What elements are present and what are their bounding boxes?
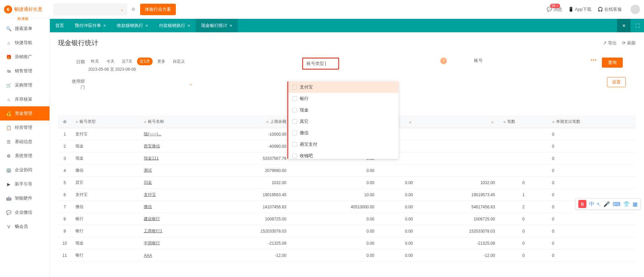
department-filter[interactable]: 使用部门 ⌄ [68, 77, 193, 91]
sidebar-item-营销推广[interactable]: 🎁营销推广 [0, 50, 50, 64]
sidebar-item-销售管理[interactable]: 🛍销售管理 [0, 64, 50, 78]
table-row[interactable]: 9 银行 工商银行1 152033078.03 0.00 0.00 152033… [58, 225, 636, 237]
customer-service-button[interactable]: 🎧 在线客服 [598, 6, 622, 12]
sidebar-item-经营管理[interactable]: 📋经营管理 [0, 120, 50, 135]
tab-现金银行统计[interactable]: 现金银行统计✕ [196, 19, 238, 32]
ime-punct-icon[interactable]: •, [597, 201, 601, 207]
sidebar-item-基础信息[interactable]: ☰基础信息 [0, 135, 50, 149]
account-link[interactable]: 中国银行 [144, 241, 160, 245]
sidebar-item-搜索菜单[interactable]: 🔍搜索菜单 [0, 22, 50, 36]
table-row[interactable]: 10 现金 中国银行 -21325.09 0.00 0.00 -21325.09… [58, 237, 636, 249]
dropdown-option-银行[interactable]: 银行 [288, 93, 398, 104]
sort-icon[interactable]: ◆ [552, 120, 555, 124]
tab-预付冲应付单[interactable]: 预付冲应付单✕ [69, 19, 111, 32]
sort-icon[interactable]: ◆ [409, 120, 412, 124]
table-row[interactable]: 6 支付宝 支付宝 19019563.45 10.00 0.00 1901957… [58, 189, 636, 201]
fullscreen-button[interactable]: ⛶ [631, 19, 644, 32]
ime-skin-icon[interactable]: 👕 [623, 201, 630, 207]
date-chip-自定义[interactable]: 自定义 [170, 58, 188, 65]
account-link[interactable]: 西安微信 [144, 144, 160, 148]
sidebar-item-系统管理[interactable]: ⚙系统管理 [0, 149, 50, 163]
sidebar-item-库存核算[interactable]: ⌂库存核算 [0, 92, 50, 106]
account-link[interactable]: AAA [144, 253, 152, 258]
column-header[interactable]: ◆笔数 [499, 115, 548, 128]
user-avatar[interactable] [631, 5, 640, 14]
gear-icon[interactable]: ⚙ [131, 7, 135, 12]
ime-logo-icon[interactable]: S [578, 200, 586, 208]
account-link[interactable]: 支付宝 [144, 192, 156, 197]
export-button[interactable]: ↗ 导出 [603, 40, 617, 46]
ime-keyboard-icon[interactable]: ⌨ [613, 201, 620, 207]
column-header[interactable]: ⚙ [58, 115, 71, 128]
sidebar-item-资金管理[interactable]: 💰资金管理 [0, 106, 50, 120]
close-icon[interactable]: ✕ [103, 24, 106, 28]
checkbox[interactable] [292, 142, 297, 147]
dropdown-option-支付宝[interactable]: 支付宝 [288, 81, 398, 93]
checkbox[interactable] [292, 119, 297, 124]
sidebar-item-新手引导[interactable]: ▶新手引导 [0, 177, 50, 191]
account-link[interactable]: 微信 [144, 204, 152, 209]
account-type-filter[interactable]: 账号类型 [302, 58, 339, 70]
ime-mic-icon[interactable]: 🎤 [603, 201, 610, 207]
ime-lang[interactable]: 中 [589, 201, 594, 208]
sort-icon[interactable]: ◆ [144, 120, 147, 124]
sidebar-item-企业协同[interactable]: 🏢企业协同 [0, 163, 50, 177]
date-chip-更多[interactable]: 更多 [155, 58, 168, 65]
date-chip-今天[interactable]: 今天 [104, 58, 117, 65]
dropdown-option-收钱吧[interactable]: 收钱吧 [288, 150, 398, 159]
tab-收款核销执行[interactable]: 收款核销执行✕ [111, 19, 154, 32]
checkbox[interactable] [292, 96, 297, 101]
messages-button[interactable]: 💬 消息 99 + [547, 6, 562, 12]
table-row[interactable]: 4 微信 测试 2079990.00 0.00 0 [58, 165, 636, 177]
checkbox[interactable] [292, 153, 297, 158]
sort-icon[interactable]: ◆ [75, 120, 78, 124]
table-row[interactable]: 5 其它 旧金 1032.00 0.00 0.00 1032.00 0 0 [58, 177, 636, 189]
dropdown-option-其它[interactable]: 其它 [288, 116, 398, 127]
sidebar-item-企业微信[interactable]: 💬企业微信 [0, 205, 50, 219]
account-link[interactable]: 测试 [144, 168, 152, 173]
account-link[interactable]: 建设银行 [144, 216, 160, 221]
tab-首页[interactable]: 首页 [50, 19, 69, 32]
table-row[interactable]: 8 银行 建设银行 1006725.00 0.00 0.00 1006725.0… [58, 213, 636, 225]
dropdown-option-微信[interactable]: 微信 [288, 127, 398, 139]
account-link[interactable]: 现金111 [144, 156, 159, 161]
sidebar-item-采购管理[interactable]: 🛒采购管理 [0, 78, 50, 92]
date-chip-近1月[interactable]: 近1月 [137, 58, 153, 65]
checkbox[interactable] [292, 108, 297, 112]
column-header[interactable]: ◆本期支出笔数 [548, 115, 636, 128]
gear-icon[interactable]: ⚙ [63, 119, 67, 124]
column-header[interactable]: ◆ [417, 115, 499, 128]
sort-icon[interactable]: ◆ [491, 120, 494, 124]
tab-付款核销执行[interactable]: 付款核销执行✕ [154, 19, 196, 32]
close-icon[interactable]: ✕ [229, 24, 232, 28]
checkbox[interactable] [292, 85, 297, 90]
sidebar-item-智能硬件[interactable]: 🤖智能硬件 [0, 191, 50, 205]
column-header[interactable]: ◆账号类型 [71, 115, 140, 128]
sort-icon[interactable]: ◆ [503, 120, 506, 124]
date-chip-昨天[interactable]: 昨天 [88, 58, 102, 65]
account-link[interactable]: 陆(○○○)... [144, 132, 161, 136]
dropdown-option-易宝支付[interactable]: 易宝支付 [288, 139, 398, 150]
close-icon[interactable]: ✕ [145, 24, 148, 28]
column-header[interactable]: ◆账号名称 [140, 115, 208, 128]
sidebar-item-快捷导航[interactable]: ⌂快捷导航 [0, 36, 50, 50]
ime-grid-icon[interactable]: ▦ [633, 201, 638, 207]
query-button[interactable]: 查询 [602, 58, 623, 68]
company-select[interactable]: ⌄ [53, 3, 127, 15]
table-row[interactable]: 7 微信 微信 14107456.83 40510000.00 0.00 546… [58, 201, 636, 213]
checkbox[interactable] [292, 131, 297, 135]
settings-button[interactable]: 设置 [607, 77, 626, 87]
more-filters-button[interactable]: ••• [590, 58, 597, 63]
sort-icon[interactable]: ◆ [266, 120, 269, 124]
account-link[interactable]: 旧金 [144, 180, 152, 185]
app-download-button[interactable]: 📱 App下载 [568, 6, 591, 12]
industry-plan-button[interactable]: 体验行业方案 [140, 4, 176, 15]
collapse-filters-button[interactable]: ⌃ [440, 58, 447, 64]
column-header[interactable]: ◆上期余额 [208, 115, 290, 128]
refresh-button[interactable]: ⟳ 刷新 [622, 40, 636, 46]
close-icon[interactable]: ✕ [187, 24, 190, 28]
table-row[interactable]: 11 银行 AAA -12.00 0.00 0.00 -12.00 0 0 [58, 249, 636, 262]
dropdown-option-现金[interactable]: 现金 [288, 104, 398, 116]
close-tab-button[interactable]: ✕ [617, 19, 631, 32]
date-chip-近7天[interactable]: 近7天 [119, 58, 135, 65]
